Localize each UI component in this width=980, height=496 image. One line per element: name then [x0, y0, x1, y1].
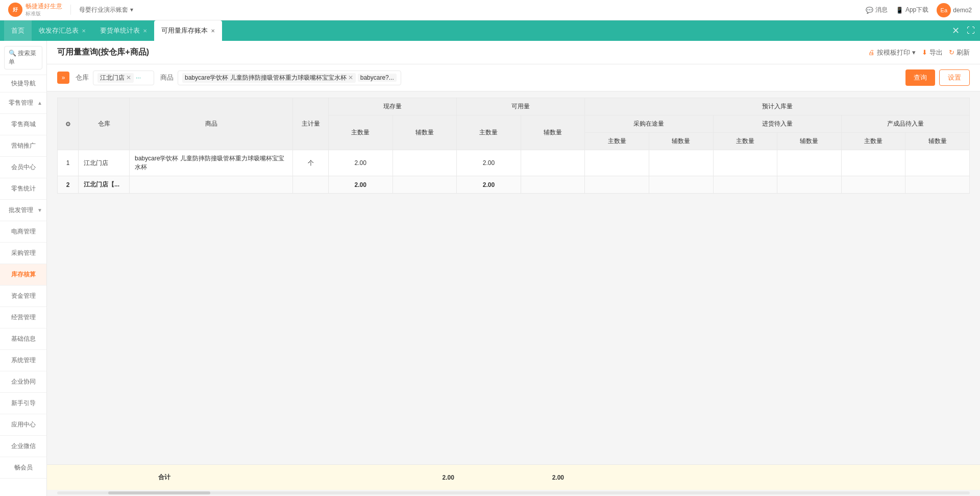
scroll-thumb[interactable]	[108, 491, 210, 494]
col-settings: ⚙	[58, 98, 79, 150]
refresh-btn[interactable]: ↻ 刷新	[949, 48, 970, 57]
data-table: ⚙ 仓库 商品 主计量 现存量 可用量 预计入库量 主数量 辅数量 主数量 辅数…	[57, 98, 970, 194]
chevron-icon: ▼	[37, 207, 42, 213]
cell-product-sub	[905, 176, 970, 194]
sidebar-item-label: 基础信息	[4, 335, 42, 343]
cell-warehouse: 江北门店	[79, 150, 130, 176]
col-purchase-sub: 辅数量	[649, 133, 713, 150]
sidebar-item-member[interactable]: 会员中心	[0, 157, 46, 178]
tab-order-stats[interactable]: 要货单统计表 ✕	[93, 20, 154, 41]
sidebar-item-label: 采购管理	[4, 249, 42, 257]
scroll-track	[57, 491, 970, 494]
sidebar-item-operations[interactable]: 经营管理	[0, 307, 46, 328]
remove-product-tag-1-btn[interactable]: ✕	[348, 74, 353, 81]
footer-purchase-sub	[695, 469, 750, 486]
print-btn[interactable]: 🖨 按模板打印 ▾	[868, 48, 916, 57]
table-header-row-1: ⚙ 仓库 商品 主计量 现存量 可用量 预计入库量	[58, 98, 970, 115]
sidebar-item-retail-mall[interactable]: 零售商城	[0, 114, 46, 135]
settings-icon[interactable]: ⚙	[63, 119, 73, 129]
sidebar-item-inventory[interactable]: 库存核算	[0, 264, 46, 286]
close-icon[interactable]: ✕	[82, 28, 86, 34]
product-tag-2: babycare?...	[358, 74, 397, 82]
message-btn[interactable]: 💬 消息	[866, 6, 888, 14]
sidebar-item-label: 资金管理	[4, 292, 42, 300]
sidebar-item-label: 批发管理	[4, 206, 37, 215]
product-filter: 商品 babycare学饮杯 儿童防摔防撞吸管杯重力球吸嘴杯宝宝水杯 ✕ bab…	[160, 70, 401, 85]
sidebar-item-label: 会员中心	[4, 163, 42, 172]
sidebar-item-wechat[interactable]: 企业微信	[0, 436, 46, 457]
sidebar-item-basic-info[interactable]: 基础信息	[0, 328, 46, 350]
sidebar-item-purchase[interactable]: 采购管理	[0, 243, 46, 264]
tab-order-label: 要货单统计表	[100, 26, 140, 35]
cell-product: babycare学饮杯 儿童防摔防撞吸管杯重力球吸嘴杯宝宝水杯	[130, 150, 293, 176]
sidebar-search[interactable]: 🔍 搜索菜单	[0, 41, 46, 75]
sidebar-item-system[interactable]: 系统管理	[0, 350, 46, 371]
close-all-tabs-btn[interactable]: ✕	[952, 25, 960, 36]
filter-area: » 仓库 江北门店 ✕ ··· 商品 babycare学饮杯 儿童防摔防撞吸管杯…	[47, 64, 980, 91]
cell-warehouse: 江北门店【...	[79, 176, 130, 194]
sidebar-item-finance[interactable]: 资金管理	[0, 286, 46, 307]
expand-tabs-icon[interactable]: ⛶	[967, 26, 975, 35]
header-actions: 🖨 按模板打印 ▾ ⬇ 导出 ↻ 刷新	[868, 48, 970, 57]
filter-more-btn[interactable]: ···	[136, 74, 141, 81]
col-incoming-sub: 辅数量	[777, 133, 842, 150]
sidebar-item-quick-nav[interactable]: 快捷导航	[0, 75, 46, 92]
col-stock-sub: 辅数量	[393, 115, 457, 150]
print-icon: 🖨	[868, 49, 875, 56]
query-btn[interactable]: 查询	[905, 69, 935, 86]
expand-filter-btn[interactable]: »	[57, 72, 69, 84]
message-icon: 💬	[866, 7, 873, 14]
product-input[interactable]: babycare学饮杯 儿童防摔防撞吸管杯重力球吸嘴杯宝宝水杯 ✕ babyca…	[178, 70, 401, 85]
sidebar-item-retail-stats[interactable]: 零售统计	[0, 178, 46, 200]
sidebar-item-guide[interactable]: 新手引导	[0, 393, 46, 414]
sidebar-item-label: 电商管理	[4, 227, 42, 236]
product-label: 商品	[160, 73, 174, 82]
app-icon: 📱	[896, 7, 903, 14]
tenant-selector[interactable]: 母婴行业演示账套 ▾	[79, 6, 133, 14]
sidebar-item-marketing[interactable]: 营销推广	[0, 135, 46, 157]
col-stock-group: 现存量	[329, 98, 457, 115]
logo-icon: 好	[8, 3, 22, 17]
divider	[70, 5, 71, 15]
export-icon: ⬇	[922, 49, 927, 56]
sidebar-item-member2[interactable]: 畅会员	[0, 457, 46, 479]
sidebar: 🔍 搜索菜单 快捷导航 零售管理 ▲ 零售商城 营销推广 会员中心 零售统计 批…	[0, 41, 47, 496]
sidebar-item-label: 经营管理	[4, 313, 42, 322]
close-icon[interactable]: ✕	[143, 28, 147, 34]
cell-purchase-sub	[649, 176, 713, 194]
cell-incoming-main	[713, 176, 777, 194]
settings-btn[interactable]: 设置	[939, 69, 970, 86]
tab-home[interactable]: 首页	[4, 20, 32, 41]
sidebar-item-ecommerce[interactable]: 电商管理	[0, 221, 46, 243]
sidebar-item-app-center[interactable]: 应用中心	[0, 414, 46, 436]
warehouse-tag: 江北门店 ✕	[97, 73, 134, 83]
message-label: 消息	[875, 6, 888, 14]
col-stock-main: 主数量	[329, 115, 393, 150]
warehouse-label: 仓库	[76, 73, 89, 82]
home-tab-label: 首页	[11, 26, 24, 35]
cell-incoming-main	[713, 150, 777, 176]
print-label: 按模板打印	[877, 48, 910, 57]
export-btn[interactable]: ⬇ 导出	[922, 48, 943, 57]
search-menu-btn[interactable]: 🔍 搜索菜单	[4, 46, 42, 69]
sidebar-item-label: 企业协同	[4, 377, 42, 386]
sidebar-item-wholesale[interactable]: 批发管理 ▼	[0, 200, 46, 221]
content-header: 可用量查询(按仓库+商品) 🖨 按模板打印 ▾ ⬇ 导出 ↻ 刷新	[47, 41, 980, 64]
tab-receive-summary[interactable]: 收发存汇总表 ✕	[32, 20, 93, 41]
cell-avail-main: 2.00	[457, 150, 521, 176]
logo-text: 畅捷通好生意	[26, 3, 62, 10]
remove-warehouse-tag-btn[interactable]: ✕	[126, 74, 131, 81]
warehouse-input[interactable]: 江北门店 ✕ ···	[93, 70, 154, 85]
col-purchase-main: 主数量	[585, 133, 649, 150]
col-unit: 主计量	[293, 98, 329, 150]
horizontal-scrollbar[interactable]	[47, 490, 980, 496]
footer-stock-sub	[476, 469, 531, 486]
user-area[interactable]: Ea demo2	[937, 3, 972, 17]
cell-purchase-sub	[649, 150, 713, 176]
app-download-btn[interactable]: 📱 App下载	[896, 6, 928, 14]
sidebar-item-collab[interactable]: 企业协同	[0, 371, 46, 393]
close-icon[interactable]: ✕	[211, 28, 215, 34]
col-product-incoming-group: 产成品待入量	[841, 115, 969, 133]
tab-available-stock[interactable]: 可用量库存账本 ✕	[154, 20, 222, 41]
sidebar-item-retail-mgmt[interactable]: 零售管理 ▲	[0, 92, 46, 114]
